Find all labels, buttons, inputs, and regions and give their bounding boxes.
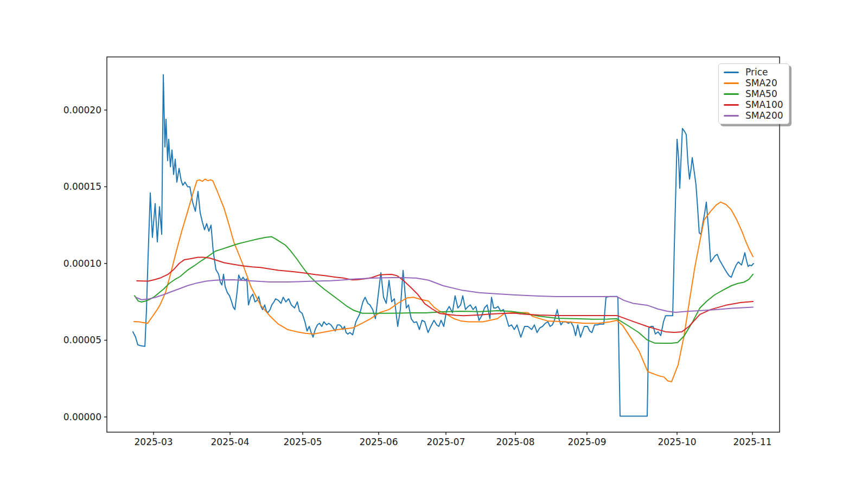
y-tick-label: 0.00000	[63, 412, 101, 422]
legend-line-swatch	[724, 72, 739, 73]
plot-border	[107, 57, 780, 432]
legend-item-SMA200: SMA200	[724, 110, 783, 121]
y-tick-label: 0.00015	[63, 181, 101, 192]
legend-label: SMA100	[745, 99, 783, 110]
legend-line-swatch	[724, 115, 739, 117]
x-tick-label: 2025-11	[733, 436, 772, 447]
legend-label: Price	[745, 67, 768, 78]
legend-label: SMA200	[745, 110, 783, 121]
legend-item-SMA100: SMA100	[724, 99, 783, 110]
legend: PriceSMA20SMA50SMA100SMA200	[718, 63, 789, 124]
x-tick-label: 2025-07	[426, 436, 465, 447]
legend-label: SMA50	[745, 88, 777, 99]
legend-line-swatch	[724, 104, 739, 106]
y-tick-label: 0.00020	[63, 105, 101, 115]
y-tick-label: 0.00010	[63, 258, 101, 269]
x-tick-label: 2025-06	[359, 436, 398, 447]
series-Price	[133, 75, 754, 416]
x-tick-label: 2025-09	[567, 436, 606, 447]
legend-item-SMA50: SMA50	[724, 88, 783, 99]
legend-line-swatch	[724, 82, 739, 84]
x-tick-label: 2025-08	[496, 436, 535, 447]
x-tick-label: 2025-03	[135, 436, 173, 447]
x-tick-label: 2025-04	[211, 436, 250, 447]
x-tick-label: 2025-05	[283, 436, 322, 447]
x-tick-label: 2025-10	[658, 436, 697, 447]
legend-line-swatch	[724, 93, 739, 95]
legend-item-Price: Price	[724, 67, 783, 78]
series-SMA200	[136, 278, 753, 312]
legend-label: SMA20	[745, 78, 777, 88]
y-tick-label: 0.00005	[63, 335, 101, 345]
x-axis: 2025-032025-042025-052025-062025-072025-…	[135, 432, 772, 447]
series-SMA50	[135, 236, 753, 343]
y-axis: 0.000000.000050.000100.000150.00020	[63, 105, 107, 422]
legend-item-SMA20: SMA20	[724, 78, 783, 88]
chart-figure: 2025-032025-042025-052025-062025-072025-…	[0, 0, 868, 488]
